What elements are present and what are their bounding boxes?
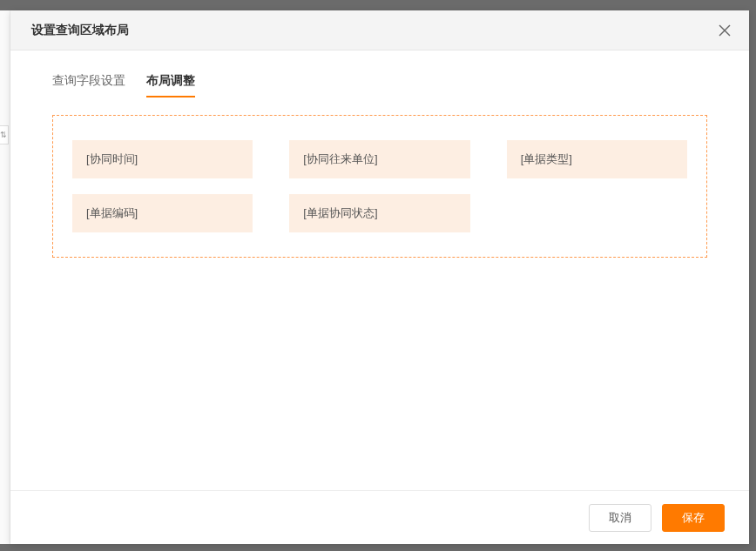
modal-body: 查询字段设置 布局调整 [协同时间] [协同往来单位] [单据类型] [单据编码… bbox=[10, 50, 749, 490]
modal-title: 设置查询区域布局 bbox=[31, 23, 129, 38]
close-button[interactable] bbox=[714, 20, 735, 41]
background-stepper: ⇅ bbox=[0, 125, 9, 144]
field-block[interactable]: [单据协同状态] bbox=[289, 194, 469, 232]
modal-footer: 取消 保存 bbox=[10, 490, 749, 544]
tabs: 查询字段设置 布局调整 bbox=[52, 73, 707, 97]
tab-layout-adjust[interactable]: 布局调整 bbox=[146, 73, 195, 97]
field-block[interactable]: [单据编码] bbox=[72, 194, 253, 232]
modal-dialog: 设置查询区域布局 查询字段设置 布局调整 [协同时间] [协同往来单位] [单据… bbox=[10, 10, 749, 544]
close-icon bbox=[719, 24, 731, 37]
background-panel-sliver: ⇅ bbox=[0, 10, 10, 544]
field-block[interactable]: [单据类型] bbox=[507, 140, 687, 178]
save-button[interactable]: 保存 bbox=[662, 504, 725, 532]
tab-field-settings[interactable]: 查询字段设置 bbox=[52, 73, 125, 97]
field-block[interactable]: [协同往来单位] bbox=[289, 140, 469, 178]
modal-header: 设置查询区域布局 bbox=[10, 10, 749, 50]
cancel-button[interactable]: 取消 bbox=[589, 504, 651, 532]
field-block[interactable]: [协同时间] bbox=[72, 140, 253, 178]
layout-drop-area[interactable]: [协同时间] [协同往来单位] [单据类型] [单据编码] [单据协同状态] bbox=[52, 115, 707, 258]
